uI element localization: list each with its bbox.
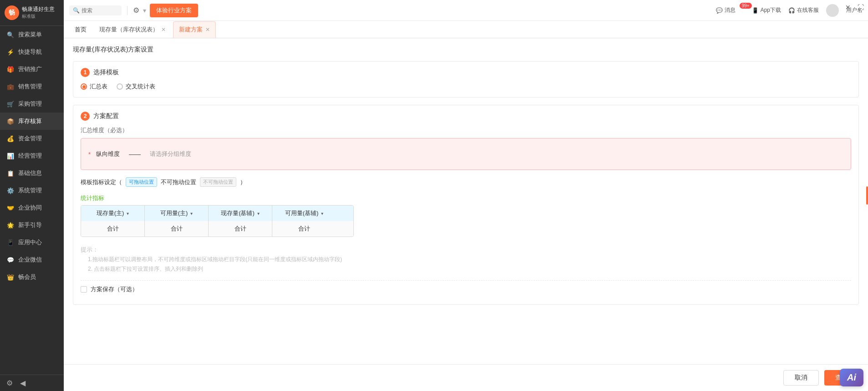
- inventory-tab-label: 现存量（库存状况表）: [99, 26, 158, 34]
- sidebar-item-label: 应用中心: [18, 238, 42, 247]
- new-guide-icon: 🌟: [6, 221, 15, 229]
- avatar[interactable]: [826, 4, 839, 17]
- service-btn[interactable]: 🎧 在线客服: [788, 6, 819, 14]
- chevron-down-icon: ▾: [190, 211, 193, 216]
- stats-col-4[interactable]: 可用量(基辅) ▾: [272, 206, 336, 221]
- save-label: 方案保存（可选）: [91, 285, 138, 293]
- sidebar-item-label: 新手引导: [18, 221, 42, 229]
- member-icon: 👑: [6, 273, 15, 281]
- sidebar-item-label: 营销推广: [18, 65, 42, 73]
- main-area: 🔍 ⚙ ▾ 体验行业方案 💬 消息 99+ 📱 App下载 🎧 在线客服 用户名: [64, 0, 868, 391]
- stats-col-3[interactable]: 现存量(基辅) ▾: [209, 206, 272, 221]
- step1-num: 1: [81, 68, 90, 77]
- sidebar-item-label: 系统管理: [18, 186, 42, 195]
- search-icon: 🔍: [6, 31, 15, 39]
- sidebar-item-inventory[interactable]: 📦 库存核算: [0, 113, 64, 130]
- save-option: 方案保存（可选）: [81, 280, 851, 298]
- sidebar-item-search[interactable]: 🔍 搜索菜单: [0, 26, 64, 43]
- sales-icon: 💼: [6, 82, 15, 91]
- step2-title: 方案配置: [93, 112, 119, 120]
- settings-icon[interactable]: ⚙: [6, 379, 13, 387]
- radio-summary[interactable]: 汇总表: [81, 82, 107, 91]
- ai-badge[interactable]: Ai: [840, 369, 863, 386]
- stats-title: 统计指标: [81, 194, 851, 202]
- sidebar-item-quick-nav[interactable]: ⚡ 快捷导航: [0, 43, 64, 61]
- window-controls: ✕ ⛶: [841, 0, 868, 15]
- sidebar-item-member[interactable]: 👑 畅会员: [0, 268, 64, 286]
- system-icon: ⚙️: [6, 186, 15, 195]
- app-download-btn[interactable]: 📱 App下载: [752, 6, 781, 14]
- sidebar-item-new-guide[interactable]: 🌟 新手引导: [0, 216, 64, 234]
- close-btn[interactable]: ✕: [842, 2, 853, 13]
- message-icon: 💬: [716, 7, 723, 14]
- non-draggable-badge: 不可拖动位置: [200, 177, 236, 187]
- gear-icon[interactable]: ⚙: [133, 6, 139, 15]
- message-btn[interactable]: 💬 消息 99+: [716, 6, 745, 14]
- sidebar-item-wechat[interactable]: 💬 企业微信: [0, 251, 64, 268]
- indicator-settings: 模板指标设定（ 可拖动位置 不可拖动位置 不可拖动位置 ）: [81, 177, 851, 187]
- tabbar: 首页 现存量（库存状况表） ✕ 新建方案 ✕: [64, 21, 868, 38]
- tip-item-2: 2. 点击标题栏下拉可设置排序、插入列和删除列: [81, 265, 851, 273]
- collapse-icon[interactable]: ◀: [20, 379, 26, 387]
- purchase-icon: 🛒: [6, 100, 15, 108]
- finance-icon: 💰: [6, 134, 15, 143]
- app-version: 标准版: [22, 13, 55, 20]
- resize-handle[interactable]: [866, 186, 868, 205]
- step1-section: 1 选择模板 汇总表 交叉统计表: [73, 61, 859, 98]
- radio-cross-circle: [117, 83, 123, 90]
- stats-col-1[interactable]: 现存量(主) ▾: [81, 206, 145, 221]
- sidebar-item-label: 库存核算: [18, 117, 42, 125]
- stats-col-2[interactable]: 可用量(主) ▾: [145, 206, 209, 221]
- sidebar-item-operations[interactable]: 📊 经营管理: [0, 147, 64, 165]
- sidebar-item-label: 销售管理: [18, 82, 42, 91]
- search-input[interactable]: [82, 7, 118, 14]
- dim-sep: ——: [129, 151, 141, 158]
- save-checkbox[interactable]: [81, 286, 87, 293]
- headset-icon: 🎧: [788, 7, 795, 14]
- dropdown-icon[interactable]: ▾: [143, 7, 146, 14]
- sidebar-nav: 🔍 搜索菜单 ⚡ 快捷导航 🎁 营销推广 💼 销售管理 🛒 采购管理 📦 库存核…: [0, 26, 64, 375]
- sidebar-item-marketing[interactable]: 🎁 营销推广: [0, 61, 64, 78]
- vertical-dim-label: 纵向维度: [96, 150, 120, 158]
- indicator-label: 模板指标设定（ 可拖动位置 不可拖动位置 不可拖动位置 ）: [81, 177, 851, 187]
- sidebar-item-cooperation[interactable]: 🤝 企业协同: [0, 199, 64, 216]
- stats-data-3: 合计: [209, 221, 272, 237]
- sidebar-item-purchase[interactable]: 🛒 采购管理: [0, 95, 64, 113]
- sidebar-item-finance[interactable]: 💰 资金管理: [0, 130, 64, 147]
- radio-summary-label: 汇总表: [90, 82, 107, 91]
- sidebar: 畅 畅康通好生意 标准版 🔍 搜索菜单 ⚡ 快捷导航 🎁 营销推广 💼 销售管理…: [0, 0, 64, 391]
- sidebar-item-label: 资金管理: [18, 134, 42, 143]
- sidebar-item-app-center[interactable]: 📱 应用中心: [0, 234, 64, 251]
- summary-dim-label: 汇总维度（必选）: [81, 126, 851, 134]
- search-icon: 🔍: [73, 7, 80, 14]
- radio-cross-label: 交叉统计表: [126, 82, 155, 91]
- sidebar-item-label: 采购管理: [18, 100, 42, 108]
- tab-inventory-status[interactable]: 现存量（库存状况表） ✕: [94, 21, 171, 38]
- sidebar-bottom: ⚙ ◀: [0, 375, 64, 391]
- tab-home[interactable]: 首页: [69, 21, 92, 38]
- dimension-area[interactable]: * 纵向维度 —— 请选择分组维度: [81, 138, 851, 170]
- trial-btn[interactable]: 体验行业方案: [150, 4, 198, 17]
- close-tab-inventory[interactable]: ✕: [161, 26, 166, 33]
- topbar-search[interactable]: 🔍: [69, 5, 122, 15]
- app-icon: 📱: [752, 7, 759, 14]
- expand-btn[interactable]: ⛶: [855, 2, 866, 13]
- close-tab-new-plan[interactable]: ✕: [205, 26, 210, 33]
- sidebar-item-label: 经营管理: [18, 152, 42, 160]
- step2-header: 2 方案配置: [81, 112, 851, 121]
- tab-new-plan[interactable]: 新建方案 ✕: [173, 21, 216, 38]
- app-logo-icon: 畅: [5, 5, 19, 20]
- dim-placeholder: 请选择分组维度: [150, 150, 191, 158]
- panel: 现存量(库存状况表)方案设置 1 选择模板 汇总表 交叉统计表: [64, 38, 868, 364]
- sidebar-item-label: 企业微信: [18, 256, 42, 264]
- sidebar-item-system[interactable]: ⚙️ 系统管理: [0, 182, 64, 199]
- home-tab-label: 首页: [75, 26, 87, 34]
- content-area: 现存量(库存状况表)方案设置 1 选择模板 汇总表 交叉统计表: [64, 38, 868, 364]
- cancel-button[interactable]: 取消: [783, 370, 819, 386]
- sidebar-item-basic-info[interactable]: 📋 基础信息: [0, 165, 64, 182]
- radio-cross[interactable]: 交叉统计表: [117, 82, 155, 91]
- step1-header: 1 选择模板: [81, 68, 851, 77]
- stats-data-row: 合计 合计 合计 合计: [81, 221, 353, 237]
- wechat-icon: 💬: [6, 256, 15, 264]
- sidebar-item-sales[interactable]: 💼 销售管理: [0, 78, 64, 95]
